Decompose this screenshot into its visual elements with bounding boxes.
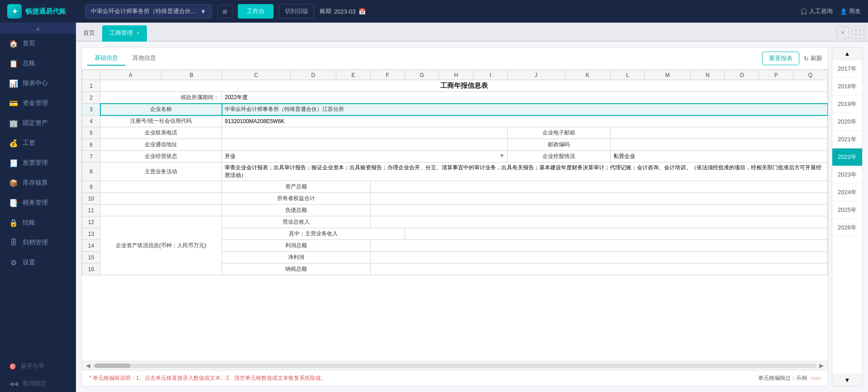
- year-item-2022[interactable]: 2022年: [832, 148, 862, 166]
- row-num-10: 10: [82, 193, 100, 205]
- row-num-8: 8: [82, 163, 100, 181]
- cell-9-label: 资产总额: [222, 181, 371, 193]
- cell-6-value[interactable]: [222, 139, 508, 151]
- chevron-down-icon: ▼: [200, 8, 206, 15]
- consult-button[interactable]: 🎧 人工咨询: [800, 7, 833, 15]
- year-item-2017[interactable]: 2017年: [832, 60, 862, 78]
- year-item-2023[interactable]: 2023年: [832, 166, 862, 184]
- sidebar-unpin[interactable]: ◀◀ 取消固定: [0, 375, 76, 392]
- refresh-button[interactable]: ↻ 刷新: [804, 54, 822, 62]
- calendar-icon[interactable]: 📅: [359, 8, 366, 15]
- scroll-left-btn[interactable]: ◀: [84, 361, 93, 370]
- cell-16-value[interactable]: [370, 263, 827, 275]
- unpin-icon: ◀◀: [9, 380, 18, 387]
- sidebar-item-wage[interactable]: 💰 工资: [0, 133, 76, 153]
- cell-4-label: 注册号/统一社会信用代码: [100, 115, 222, 127]
- sidebar-scroll-up[interactable]: ▲: [0, 23, 76, 33]
- cell-3-value[interactable]: 中审众环会计师事务所（特殊普通合伙）江苏分所: [222, 104, 828, 115]
- content-area: 首页 工商管理 × 基础信息 其他信息 重置报表: [76, 23, 868, 392]
- row-num-7: 7: [82, 151, 100, 163]
- expand-panel-btn[interactable]: ⛶: [852, 26, 864, 39]
- sidebar-item-close[interactable]: 🔒 结账: [0, 213, 76, 233]
- cell-12-value[interactable]: [370, 216, 827, 228]
- sidebar-item-home[interactable]: 🏠 首页: [0, 33, 76, 53]
- col-header-j: J: [508, 70, 565, 80]
- cell-7-value[interactable]: 开业 ▼: [222, 151, 508, 163]
- year-scroll-up[interactable]: ▲: [832, 48, 862, 60]
- sidebar-item-archive[interactable]: 🗄 归档管理: [0, 233, 76, 253]
- horizontal-scrollbar[interactable]: ◀ ▶: [82, 361, 828, 370]
- sidebar-item-tax[interactable]: 📑 税务管理: [0, 193, 76, 213]
- cell-2-value[interactable]: 2022年度: [222, 92, 828, 104]
- tab-close-btn[interactable]: ×: [137, 30, 140, 36]
- invoice-icon: 🧾: [9, 158, 18, 167]
- company-icon-btn[interactable]: ⊞: [217, 5, 232, 18]
- row-num-4: 4: [82, 115, 100, 127]
- tab-home[interactable]: 首页: [76, 25, 102, 41]
- sidebar-guide[interactable]: 🎯 新手引导: [0, 358, 76, 375]
- sidebar-item-settings[interactable]: ⚙ 设置: [0, 253, 76, 272]
- cell-6-value2[interactable]: [610, 139, 827, 151]
- cell-7-value2[interactable]: 私营企业: [610, 151, 827, 163]
- user-button[interactable]: 👤 用友: [840, 7, 861, 15]
- tax-icon: 📑: [9, 198, 18, 207]
- table-row: 10 所有者权益合计: [82, 193, 828, 205]
- cell-7-label2: 企业控股情况: [508, 151, 611, 163]
- cell-4-value[interactable]: 91320100MA208E5W6K: [222, 115, 828, 127]
- sidebar-label-report: 报表中心: [23, 79, 48, 87]
- workbench-button[interactable]: 工作台: [238, 4, 274, 19]
- dropdown-icon[interactable]: ▼: [499, 153, 505, 159]
- year-item-2025[interactable]: 2025年: [832, 201, 862, 219]
- cell-6-label: 企业通信地址: [100, 139, 222, 151]
- year-item-2024[interactable]: 2024年: [832, 184, 862, 201]
- sidebar-item-asset[interactable]: 🏢 固定资产: [0, 113, 76, 133]
- close-panel-btn[interactable]: ×: [836, 26, 849, 39]
- tab-gongshang[interactable]: 工商管理 ×: [102, 25, 147, 42]
- cell-3-label[interactable]: 企业名称: [100, 104, 222, 115]
- sidebar-label-wage: 工资: [23, 139, 35, 147]
- user-icon: 👤: [840, 8, 847, 15]
- cell-14-value[interactable]: [370, 240, 827, 252]
- cell-13-value[interactable]: [405, 228, 827, 240]
- period-display: 账期 2023-03 📅: [320, 7, 366, 15]
- tab-other-info[interactable]: 其他信息: [125, 51, 163, 66]
- sidebar-item-fund[interactable]: 💳 资金管理: [0, 93, 76, 113]
- old-version-button[interactable]: 切到旧版: [279, 4, 314, 19]
- sidebar-item-report[interactable]: 📊 报表中心: [0, 73, 76, 93]
- sidebar-item-invoice[interactable]: 🧾 发票管理: [0, 153, 76, 173]
- year-panel: ▲ 2017年 2018年 2019年 2020年 2021年: [832, 47, 863, 387]
- sidebar-item-inventory[interactable]: 📦 库存核算: [0, 173, 76, 193]
- cell-9-left: [100, 181, 222, 193]
- cell-9-value[interactable]: [370, 181, 827, 193]
- year-item-2018[interactable]: 2018年: [832, 78, 862, 96]
- year-item-2026[interactable]: 2026年: [832, 219, 862, 237]
- scroll-thumb[interactable]: [94, 363, 131, 368]
- sidebar-item-ledger[interactable]: 📋 总账: [0, 53, 76, 73]
- inventory-icon: 📦: [9, 178, 18, 187]
- cell-11-value[interactable]: [370, 205, 827, 216]
- sidebar-label-tax: 税务管理: [23, 199, 48, 207]
- cell-15-value[interactable]: [370, 252, 827, 263]
- sheet-grid-wrapper[interactable]: A B C D E F G H I J K L: [82, 70, 828, 361]
- reset-report-button[interactable]: 重置报表: [762, 52, 799, 65]
- sheet-actions: 重置报表 ↻ 刷新: [762, 52, 822, 65]
- company-selector[interactable]: 中审众环会计师事务所（特殊普通合伙… ▼: [85, 4, 212, 19]
- refresh-icon: ↻: [804, 55, 809, 62]
- year-item-2020[interactable]: 2020年: [832, 113, 862, 131]
- cell-8-value[interactable]: 审查企业会计报表；出具审计报告；验证企业资本；出具验资报告；办理企业合开、分立、…: [222, 163, 828, 181]
- tab-basic-info[interactable]: 基础信息: [87, 51, 125, 66]
- scroll-right-btn[interactable]: ▶: [817, 361, 826, 370]
- sidebar-label-archive: 归档管理: [23, 239, 48, 247]
- col-header-n: N: [690, 70, 725, 80]
- scroll-track[interactable]: [93, 363, 817, 368]
- col-header-i: I: [473, 70, 508, 80]
- cell-5-value[interactable]: [222, 127, 508, 139]
- status-bar-right: 单元格编辑过：示例: [758, 374, 821, 382]
- year-item-2019[interactable]: 2019年: [832, 96, 862, 113]
- cell-title[interactable]: 工商年报信息表: [100, 80, 828, 92]
- year-scroll-down[interactable]: ▼: [832, 373, 862, 386]
- cell-10-value[interactable]: [370, 193, 827, 205]
- cell-5-value2[interactable]: [610, 127, 827, 139]
- year-item-2021[interactable]: 2021年: [832, 131, 862, 148]
- cell-5-label2: 企业电子邮箱: [508, 127, 611, 139]
